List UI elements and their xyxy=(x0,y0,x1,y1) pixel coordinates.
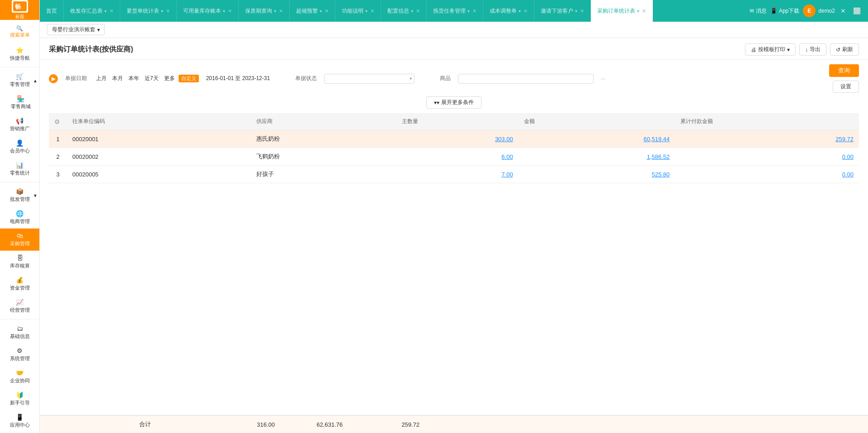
user-area[interactable]: E demo2 xyxy=(803,5,835,17)
tab-arrow-11: ▾ xyxy=(637,9,639,14)
goods-more-icon[interactable]: ··· xyxy=(601,76,605,82)
wholesale-arrow: ▼ xyxy=(33,193,38,198)
sidebar-item-base[interactable]: 🗂 基础信息 xyxy=(0,321,39,343)
stats-icon: 📊 xyxy=(16,162,24,169)
tab-arrow-8: ▾ xyxy=(467,9,470,14)
sidebar-item-ops[interactable]: 📈 经营管理 xyxy=(0,295,39,317)
row-index: 1 xyxy=(49,130,67,148)
sidebar-item-finance[interactable]: 💰 资金管理 xyxy=(0,273,39,295)
tab-config[interactable]: 配置信息 ▾ ✕ xyxy=(381,0,427,22)
shortcut-7days[interactable]: 近7天 xyxy=(143,74,160,83)
tab-cost-adjust[interactable]: 成本调整单 ▾ ✕ xyxy=(483,0,534,22)
row-qty-3[interactable]: 7.00 xyxy=(396,166,519,183)
row-paid-amount-3[interactable]: 0.00 xyxy=(675,166,859,183)
date-filter-label: 单据日期 xyxy=(65,75,87,82)
sidebar-item-ecommerce[interactable]: 🌐 电商管理 xyxy=(0,206,39,228)
tab-requisition-stats[interactable]: 要货单统计表 ▾ ✕ xyxy=(120,0,177,22)
tab-available-stock[interactable]: 可用量库存账本 ▾ ✕ xyxy=(177,0,239,22)
row-amount-2[interactable]: 1,586.52 xyxy=(519,148,675,166)
row-amount[interactable]: 60,519.44 xyxy=(519,130,675,148)
print-button[interactable]: 🖨 按模板打印 ▾ xyxy=(745,43,796,56)
dropdown-arrow-icon: ▾ xyxy=(97,27,100,33)
tab-close-9[interactable]: ✕ xyxy=(524,8,528,14)
tab-close-10[interactable]: ✕ xyxy=(580,8,584,14)
shortcut-this-year[interactable]: 本年 xyxy=(127,74,141,83)
purchase-stats-label: 采购订单统计表 xyxy=(597,7,635,15)
tab-pick-task[interactable]: 拣货任务管理 ▾ ✕ xyxy=(427,0,483,22)
status-select[interactable] xyxy=(324,74,415,84)
tab-collect-pay[interactable]: 收发存汇总表 ▾ ✕ xyxy=(64,0,120,22)
tab-close[interactable]: ✕ xyxy=(109,8,113,14)
expand-filter-row: ▾▾ 展开更多条件 xyxy=(49,96,859,109)
base-icon: 🗂 xyxy=(17,325,23,332)
tab-home[interactable]: 首页 xyxy=(40,0,64,22)
sidebar-item-system[interactable]: ⚙ 系统管理 xyxy=(0,343,39,366)
col-amount: 金额 xyxy=(519,113,675,130)
filter-toggle-button[interactable]: ▶ xyxy=(49,74,58,83)
sidebar-item-retail[interactable]: 🛒 零售管理 ▲ xyxy=(0,69,39,91)
tab-close-11[interactable]: ✕ xyxy=(642,8,646,14)
sidebar-item-wholesale[interactable]: 📦 批发管理 ▼ xyxy=(0,184,39,206)
table-settings-icon[interactable]: ⚙ xyxy=(54,118,60,125)
sidebar-item-appstore[interactable]: 📱 应用中心 xyxy=(0,410,39,432)
tab-close-6[interactable]: ✕ xyxy=(370,8,374,14)
export-button[interactable]: ↓ 导出 xyxy=(799,43,826,56)
sidebar-item-inventory[interactable]: 🗄 库存核算 xyxy=(0,251,39,273)
page-header: 采购订单统计表(按供应商) 🖨 按模板打印 ▾ ↓ 导出 ↺ 刷新 xyxy=(40,38,868,60)
goods-input[interactable] xyxy=(458,74,594,84)
shortcut-last-month[interactable]: 上月 xyxy=(94,74,108,83)
retail-icon: 🛒 xyxy=(16,73,24,80)
settings-button[interactable]: 设置 xyxy=(833,81,859,93)
tab-invite-downstream[interactable]: 邀请下游客户 ▾ ✕ xyxy=(534,0,591,22)
industry-dropdown[interactable]: 母婴行业演示账套 ▾ xyxy=(47,24,105,35)
sidebar-item-retail-shop[interactable]: 🏪 零售商城 xyxy=(0,91,39,114)
tab-close-5[interactable]: ✕ xyxy=(325,8,329,14)
tab-arrow-5: ▾ xyxy=(320,9,322,14)
date-shortcuts: 上月 本月 本年 近7天 更多 自定义 xyxy=(94,74,199,83)
user-avatar: E xyxy=(803,5,816,17)
warranty-label: 保质期查询 xyxy=(245,7,272,15)
tab-close-4[interactable]: ✕ xyxy=(279,8,283,14)
ops-icon: 📈 xyxy=(16,299,24,306)
app-download-button[interactable]: 📱 App下载 xyxy=(770,7,799,15)
refresh-button[interactable]: ↺ 刷新 xyxy=(830,43,859,56)
secondary-navigation: 母婴行业演示账套 ▾ xyxy=(40,22,868,38)
tab-overstock[interactable]: 超储预警 ▾ ✕ xyxy=(290,0,335,22)
sidebar-item-quick-nav[interactable]: ⭐ 快捷导航 xyxy=(0,43,39,65)
tab-function[interactable]: 功能说明 ▾ ✕ xyxy=(335,0,381,22)
tab-close-2[interactable]: ✕ xyxy=(166,8,170,14)
tab-close-8[interactable]: ✕ xyxy=(472,8,476,14)
custom-date-button[interactable]: 自定义 xyxy=(179,75,199,82)
top-navigation: 首页 收发存汇总表 ▾ ✕ 要货单统计表 ▾ ✕ 可用量库存账本 ▾ ✕ 保质期… xyxy=(40,0,868,22)
tab-arrow-7: ▾ xyxy=(411,9,413,14)
row-amount-3[interactable]: 525.80 xyxy=(519,166,675,183)
tab-close-3[interactable]: ✕ xyxy=(228,8,232,14)
tab-purchase-stats[interactable]: 采购订单统计表 ▾ ✕ xyxy=(591,0,653,22)
message-button[interactable]: ✉ 消息 xyxy=(750,7,767,15)
sidebar-item-member[interactable]: 👤 会员中心 xyxy=(0,136,39,158)
footer-paid-amount: 259.72 xyxy=(361,421,420,428)
close-window-button[interactable]: ✕ xyxy=(839,5,848,16)
tab-close-7[interactable]: ✕ xyxy=(416,8,420,14)
refresh-label: 刷新 xyxy=(842,46,853,53)
tab-warranty[interactable]: 保质期查询 ▾ ✕ xyxy=(239,0,290,22)
print-label: 按模板打印 xyxy=(758,46,785,53)
row-qty-2[interactable]: 6.00 xyxy=(396,148,519,166)
sidebar-search-button[interactable]: 🔍 搜索菜单 xyxy=(4,24,36,40)
shortcut-this-month[interactable]: 本月 xyxy=(110,74,125,83)
sidebar-item-guide[interactable]: 🔰 新手引导 xyxy=(0,388,39,410)
query-button[interactable]: 查询 xyxy=(829,64,859,77)
top-nav-right: ✉ 消息 📱 App下载 E demo2 ✕ ⬜ xyxy=(744,5,868,17)
row-paid-amount-2[interactable]: 0.00 xyxy=(675,148,859,166)
sidebar-item-retail-stats[interactable]: 📊 零售统计 xyxy=(0,158,39,180)
sidebar-item-marketing[interactable]: 📢 营销推广 xyxy=(0,114,39,136)
row-qty[interactable]: 303.00 xyxy=(396,130,519,148)
maximize-window-button[interactable]: ⬜ xyxy=(851,5,863,16)
sidebar-item-corp[interactable]: 🤝 企业协同 xyxy=(0,366,39,388)
expand-more-button[interactable]: ▾▾ 展开更多条件 xyxy=(426,96,481,109)
row-paid-amount[interactable]: 259.72 xyxy=(675,130,859,148)
sidebar-item-purchase[interactable]: 🛍 采购管理 xyxy=(0,228,39,251)
shortcut-more[interactable]: 更多 xyxy=(162,74,177,83)
export-icon: ↓ xyxy=(805,47,808,53)
ecommerce-icon: 🌐 xyxy=(16,210,24,217)
